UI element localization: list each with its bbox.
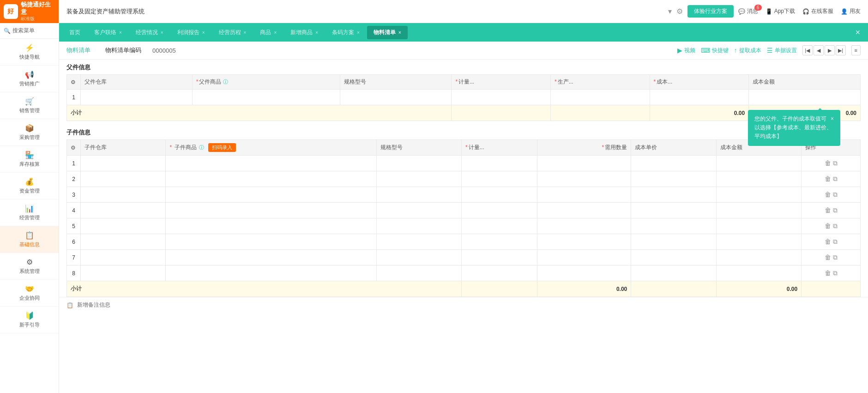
child-unit-4[interactable] <box>462 203 537 218</box>
child-warehouse-2[interactable] <box>81 171 166 187</box>
message-btn[interactable]: 💬 消息 6 <box>738 7 758 15</box>
child-spec-6[interactable] <box>376 234 461 250</box>
child-copy-icon-8[interactable]: ⧉ <box>833 269 838 277</box>
sidebar-item-finance[interactable]: 💰 资金管理 <box>0 173 59 200</box>
parent-cost-1[interactable] <box>650 90 749 105</box>
sidebar-item-guide[interactable]: 🔰 新手引导 <box>0 307 59 333</box>
child-product-4[interactable] <box>166 203 376 218</box>
child-qty-1[interactable] <box>537 156 631 171</box>
parent-produce-1[interactable] <box>551 90 650 105</box>
child-delete-icon-4[interactable]: 🗑 <box>825 206 831 214</box>
child-unit-8[interactable] <box>462 266 537 281</box>
child-copy-icon-3[interactable]: ⧉ <box>833 191 838 199</box>
child-warehouse-6[interactable] <box>81 234 166 250</box>
child-spec-2[interactable] <box>376 171 461 187</box>
child-spec-1[interactable] <box>376 156 461 171</box>
child-delete-icon-5[interactable]: 🗑 <box>825 222 831 230</box>
parent-product-1[interactable] <box>192 90 340 105</box>
child-qty-3[interactable] <box>537 187 631 203</box>
tooltip-close-btn[interactable]: × <box>831 115 834 123</box>
tab-profit[interactable]: 利润报告 × <box>171 26 211 39</box>
parent-warehouse-1[interactable] <box>81 90 193 105</box>
child-spec-8[interactable] <box>376 266 461 281</box>
child-qty-6[interactable] <box>537 234 631 250</box>
child-copy-icon-2[interactable]: ⧉ <box>833 175 838 183</box>
tab-home[interactable]: 首页 <box>63 26 87 39</box>
child-qty-5[interactable] <box>537 218 631 234</box>
child-unit-7[interactable] <box>462 250 537 266</box>
nav-next-btn[interactable]: ▶ <box>825 45 835 55</box>
extract-cost-btn[interactable]: ↑ 提取成本 <box>734 47 761 54</box>
child-unit-price-1[interactable] <box>631 156 716 171</box>
breadcrumb-parent[interactable]: 物料清单 <box>66 46 90 54</box>
child-product-8[interactable] <box>166 266 376 281</box>
child-col-settings[interactable]: ⚙ <box>67 140 81 156</box>
child-delete-icon-7[interactable]: 🗑 <box>825 254 831 261</box>
settings-gear-icon[interactable]: ⚙ <box>676 7 683 16</box>
scan-input-btn[interactable]: 扫码录入 <box>208 143 236 152</box>
sidebar-item-system[interactable]: ⚙ 系统管理 <box>0 253 59 280</box>
child-copy-icon-7[interactable]: ⧉ <box>833 254 838 261</box>
tab-barcode[interactable]: 条码方案 × <box>326 26 366 39</box>
tab-product[interactable]: 商品 × <box>253 26 283 39</box>
sidebar-item-basic-info[interactable]: 📋 基础信息 <box>0 226 59 253</box>
child-delete-icon-8[interactable]: 🗑 <box>825 269 831 277</box>
child-spec-5[interactable] <box>376 218 461 234</box>
nav-prev-btn[interactable]: ◀ <box>814 45 824 55</box>
child-copy-icon-4[interactable]: ⧉ <box>833 206 838 214</box>
child-unit-3[interactable] <box>462 187 537 203</box>
child-unit-price-7[interactable] <box>631 250 716 266</box>
child-delete-icon-2[interactable]: 🗑 <box>825 175 831 183</box>
sidebar-item-enterprise[interactable]: 🤝 企业协同 <box>0 280 59 307</box>
tab-operations[interactable]: 经营情况 × <box>129 26 170 39</box>
search-menu[interactable]: 🔍 搜索菜单 <box>0 23 59 39</box>
child-qty-7[interactable] <box>537 250 631 266</box>
child-warehouse-1[interactable] <box>81 156 166 171</box>
child-warehouse-7[interactable] <box>81 250 166 266</box>
tab-customer-close[interactable]: × <box>119 30 122 35</box>
child-spec-7[interactable] <box>376 250 461 266</box>
tab-customer[interactable]: 客户联络 × <box>88 26 128 39</box>
tab-barcode-close[interactable]: × <box>357 30 360 35</box>
nav-first-btn[interactable]: |◀ <box>802 45 813 55</box>
sidebar-item-marketing[interactable]: 📢 营销推广 <box>0 66 59 92</box>
child-delete-icon-3[interactable]: 🗑 <box>825 191 831 199</box>
child-qty-2[interactable] <box>537 171 631 187</box>
parent-col-settings[interactable]: ⚙ <box>67 75 81 90</box>
child-unit-5[interactable] <box>462 218 537 234</box>
child-delete-icon-6[interactable]: 🗑 <box>825 238 831 246</box>
nav-last-btn[interactable]: ▶| <box>836 45 846 55</box>
close-all-tabs-icon[interactable]: ✕ <box>851 29 864 36</box>
tab-history[interactable]: 经营历程 × <box>212 26 253 39</box>
child-unit-price-3[interactable] <box>631 187 716 203</box>
experience-btn[interactable]: 体验行业方案 <box>687 5 734 18</box>
user-btn[interactable]: 👤 用友 <box>841 7 861 15</box>
child-warehouse-3[interactable] <box>81 187 166 203</box>
child-warehouse-5[interactable] <box>81 218 166 234</box>
tab-history-close[interactable]: × <box>244 30 247 35</box>
child-copy-icon-6[interactable]: ⧉ <box>833 238 838 246</box>
child-product-7[interactable] <box>166 250 376 266</box>
child-product-5[interactable] <box>166 218 376 234</box>
child-product-3[interactable] <box>166 187 376 203</box>
parent-spec-1[interactable] <box>340 90 452 105</box>
child-unit-2[interactable] <box>462 171 537 187</box>
child-unit-price-6[interactable] <box>631 234 716 250</box>
shortcut-btn[interactable]: ⌨ 快捷键 <box>701 47 729 54</box>
sidebar-item-sales[interactable]: 🛒 销售管理 <box>0 92 59 119</box>
child-spec-4[interactable] <box>376 203 461 218</box>
app-download-btn[interactable]: 📱 App下载 <box>766 7 795 15</box>
grid-view-btn[interactable]: ≡ <box>851 45 861 55</box>
tab-operations-close[interactable]: × <box>161 30 163 35</box>
child-warehouse-8[interactable] <box>81 266 166 281</box>
sidebar-item-purchase[interactable]: 📦 采购管理 <box>0 119 59 146</box>
child-unit-price-5[interactable] <box>631 218 716 234</box>
tab-profit-close[interactable]: × <box>202 30 205 35</box>
child-copy-icon-1[interactable]: ⧉ <box>833 159 838 167</box>
child-unit-6[interactable] <box>462 234 537 250</box>
child-unit-price-8[interactable] <box>631 266 716 281</box>
child-unit-price-2[interactable] <box>631 171 716 187</box>
child-unit-1[interactable] <box>462 156 537 171</box>
single-settings-btn[interactable]: ☰ 单据设置 <box>767 47 797 54</box>
tab-bom[interactable]: 物料清单 × <box>367 26 408 39</box>
